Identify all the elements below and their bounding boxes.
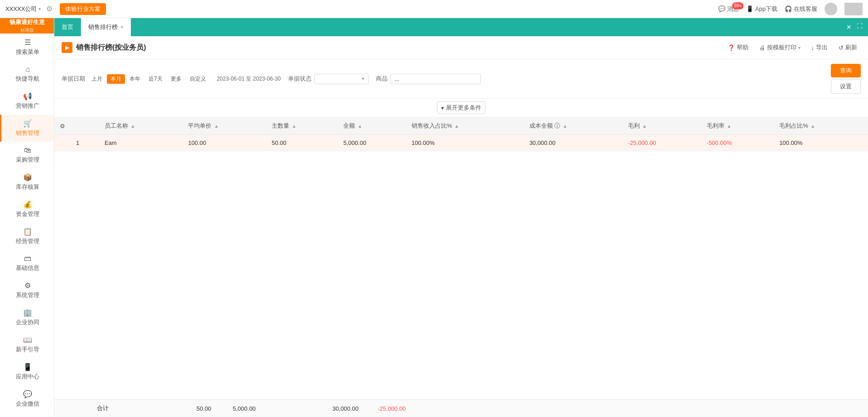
marketing-icon: 📢 — [23, 92, 32, 101]
search-menu-icon: ☰ — [24, 38, 31, 47]
footer-amount-value: 5,000.00 — [233, 405, 256, 412]
sidebar-item-marketing[interactable]: 📢 营销推广 — [0, 87, 54, 115]
col-gross-pct[interactable]: 毛利占比% ▲ — [774, 117, 868, 135]
sidebar-label-enterprise: 企业协同 — [16, 318, 39, 326]
fullscreen-icon[interactable]: ⛶ — [857, 23, 863, 32]
main-layout: 畅康通好生意 标准版 ☰ 搜索菜单 ⌂ 快捷导航 📢 营销推广 🛒 销售管理 🛍… — [0, 18, 868, 417]
tab-home[interactable]: 首页 — [54, 18, 81, 36]
export-icon: ↓ — [811, 44, 815, 51]
online-service-button[interactable]: 🎧 在线客服 — [785, 5, 817, 13]
company-selector[interactable]: XXXXX公司 ▾ — [5, 5, 41, 13]
date-tab-more[interactable]: 更多 — [167, 74, 185, 84]
setting-button[interactable]: 设置 — [831, 79, 861, 94]
print-button[interactable]: 🖨 按模板打印 ▾ — [756, 42, 804, 53]
notification-badge: 99+ — [732, 2, 743, 10]
close-window-icon[interactable]: × — [846, 23, 851, 32]
enterprise-icon: 🏢 — [23, 308, 32, 317]
sidebar-label-search-menu: 搜索菜单 — [16, 48, 39, 56]
avatar[interactable] — [825, 3, 837, 15]
settings-icon[interactable]: ⚙ — [46, 5, 53, 13]
date-tab-this-year[interactable]: 本年 — [126, 74, 144, 84]
col-gross-rate[interactable]: 毛利率 ▲ — [701, 117, 774, 135]
expand-label: 展开更多条件 — [446, 104, 481, 112]
user-name[interactable] — [844, 3, 863, 15]
page-title: 销售排行榜(按业务员) — [76, 43, 724, 53]
col-cost[interactable]: 成本全额 ⓘ ▲ — [524, 117, 623, 135]
goods-input[interactable] — [390, 74, 481, 84]
online-service-label: 在线客服 — [794, 5, 817, 13]
refresh-icon: ↺ — [839, 44, 844, 51]
expand-conditions-button[interactable]: ▾ 展开更多条件 — [437, 101, 485, 114]
status-select[interactable] — [314, 74, 369, 84]
sidebar-item-member[interactable]: V 畅会员 — [0, 412, 54, 417]
app-download-label: App下载 — [755, 5, 777, 13]
sidebar-label-operations: 经营管理 — [16, 237, 39, 245]
sales-icon: 🛒 — [23, 119, 32, 128]
date-tab-7days[interactable]: 近7天 — [145, 74, 166, 84]
expand-arrow[interactable]: ▶ — [62, 42, 72, 53]
col-sales-pct[interactable]: 销售收入占比% ▲ — [406, 117, 524, 135]
footer-gross-value: -25,000.00 — [378, 405, 406, 412]
sidebar-label-guide: 新手引导 — [16, 345, 39, 354]
cell-main-qty: 50.00 — [266, 135, 338, 151]
cell-rank: 1 — [71, 135, 99, 151]
footer-label: 合计 — [91, 404, 146, 412]
help-button[interactable]: ❓ 帮助 — [724, 42, 752, 53]
trial-button[interactable]: 体验行业方案 — [60, 3, 106, 15]
sidebar-item-quick-nav[interactable]: ⌂ 快捷导航 — [0, 61, 54, 87]
sidebar-label-quick-nav: 快捷导航 — [16, 75, 39, 83]
date-tab-this-month[interactable]: 本月 — [107, 74, 125, 84]
wechat-icon: 💬 — [23, 390, 32, 398]
app-download-button[interactable]: 📱 App下载 — [746, 5, 777, 13]
goods-filter-group: 商品 — [376, 74, 481, 84]
col-main-qty[interactable]: 主数量 ▲ — [266, 117, 338, 135]
expand-down-icon: ▾ — [441, 105, 444, 111]
help-label: 帮助 — [737, 43, 748, 52]
sidebar-item-system[interactable]: ⚙ 系统管理 — [0, 277, 54, 304]
sidebar-item-purchase[interactable]: 🛍 采购管理 — [0, 142, 54, 168]
col-gross[interactable]: 毛利 ▲ — [623, 117, 701, 135]
sidebar-item-operations[interactable]: 📋 经营管理 — [0, 223, 54, 250]
sidebar-item-search-menu[interactable]: ☰ 搜索菜单 — [0, 34, 54, 61]
tab-sales-ranking[interactable]: 销售排行榜 × — [81, 18, 131, 36]
col-name[interactable]: 员工名称 ▲ — [99, 117, 183, 135]
sidebar-item-sales[interactable]: 🛒 销售管理 — [0, 115, 54, 142]
expand-conditions-row: ▾ 展开更多条件 — [54, 99, 868, 117]
col-settings-icon[interactable]: ⚙ — [54, 117, 71, 135]
col-avg-price[interactable]: 平均单价 ▲ — [182, 117, 266, 135]
sidebar-item-enterprise[interactable]: 🏢 企业协同 — [0, 304, 54, 331]
sidebar-item-guide[interactable]: 📖 新手引导 — [0, 331, 54, 358]
cell-sales-pct: 100.00% — [406, 135, 524, 151]
table-body: 1 Eam 100.00 50.00 5,000.00 100.00% 30,0… — [54, 135, 868, 151]
sidebar-item-basic-info[interactable]: 🗃 基础信息 — [0, 250, 54, 277]
cell-gross-rate: -500.00% — [701, 135, 774, 151]
col-amount[interactable]: 全额 ▲ — [338, 117, 406, 135]
sidebar-item-inventory[interactable]: 📦 库存核算 — [0, 168, 54, 196]
logo-title: 畅康通好生意 — [10, 18, 45, 26]
footer-main-qty: 50.00 — [191, 405, 227, 412]
cell-name: Eam — [99, 135, 183, 151]
sidebar-item-wechat[interactable]: 💬 企业微信 — [0, 385, 54, 412]
query-button[interactable]: 查询 — [831, 64, 861, 77]
cell-gross: -25,000.00 — [623, 135, 701, 151]
refresh-button[interactable]: ↺ 刷新 — [835, 42, 861, 53]
tab-close-icon[interactable]: × — [120, 24, 124, 30]
table-header: ⚙ 员工名称 ▲ 平均单价 ▲ 主数量 ▲ 全额 ▲ 销售收入占比% ▲ 成本全… — [54, 117, 868, 135]
page-inner: ▶ 销售排行榜(按业务员) ❓ 帮助 🖨 按模板打印 ▾ ↓ — [54, 36, 868, 417]
notification-button[interactable]: 💬 消息 99+ — [718, 5, 739, 13]
footer-qty-value: 50.00 — [197, 405, 211, 412]
page-header: ▶ 销售排行榜(按业务员) ❓ 帮助 🖨 按模板打印 ▾ ↓ — [54, 36, 868, 59]
company-name: XXXXX公司 — [5, 5, 37, 13]
message-icon: 💬 — [718, 5, 725, 12]
date-tab-custom[interactable]: 自定义 — [186, 74, 210, 84]
date-tab-prev-month[interactable]: 上月 — [88, 74, 106, 84]
export-button[interactable]: ↓ 导出 — [808, 42, 832, 53]
cell-avg-price: 100.00 — [182, 135, 266, 151]
table-row: 1 Eam 100.00 50.00 5,000.00 100.00% 30,0… — [54, 135, 868, 151]
footer-cost: 30,000.00 — [327, 405, 372, 412]
tab-bar: 首页 销售排行榜 × × ⛶ — [54, 18, 868, 36]
goods-label: 商品 — [376, 75, 388, 83]
cell-gross-pct: 100.00% — [774, 135, 868, 151]
sidebar-item-apps[interactable]: 📱 应用中心 — [0, 358, 54, 385]
sidebar-item-finance[interactable]: 💰 资金管理 — [0, 196, 54, 223]
